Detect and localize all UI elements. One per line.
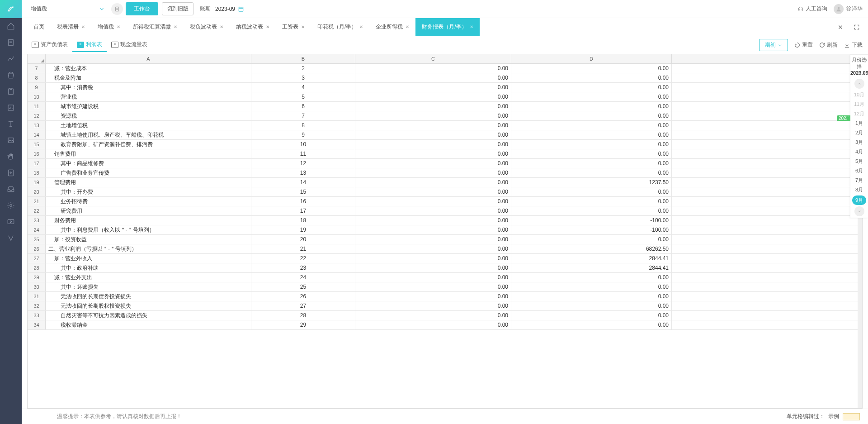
cell[interactable]: 0.00: [355, 197, 511, 206]
cell[interactable]: 加：营业外收入: [46, 254, 251, 263]
cell[interactable]: 0.00: [355, 235, 511, 244]
subtab-0[interactable]: ≡资产负债表: [27, 38, 72, 52]
cell[interactable]: 0.00: [511, 130, 672, 139]
tab-4[interactable]: 税负波动表✕: [184, 18, 230, 36]
cell[interactable]: 营业税: [46, 92, 251, 101]
cell[interactable]: 27: [251, 301, 355, 310]
cell[interactable]: 0.00: [511, 102, 672, 111]
close-all-tabs-button[interactable]: [835, 21, 846, 33]
cell[interactable]: 0.00: [355, 159, 511, 168]
cell[interactable]: 0.00: [355, 168, 511, 177]
cell[interactable]: 其中：坏账损失: [46, 282, 251, 291]
close-icon[interactable]: ✕: [174, 24, 177, 29]
row-header[interactable]: 28: [28, 263, 46, 272]
reset-button[interactable]: 重置: [794, 41, 813, 49]
cell[interactable]: 26: [251, 292, 355, 301]
cell[interactable]: 减：营业成本: [46, 64, 251, 73]
row-header[interactable]: 32: [28, 301, 46, 310]
cell[interactable]: 0.00: [355, 301, 511, 310]
cell[interactable]: 0.00: [355, 292, 511, 301]
cell[interactable]: 0.00: [511, 64, 672, 73]
cell[interactable]: 6: [251, 102, 355, 111]
cell[interactable]: 0.00: [355, 216, 511, 225]
row-header[interactable]: 15: [28, 140, 46, 149]
row-header[interactable]: 19: [28, 178, 46, 187]
nav-doc-icon[interactable]: [0, 34, 22, 51]
cell[interactable]: -100.00: [511, 225, 672, 234]
doc-icon-button[interactable]: [111, 3, 123, 15]
nav-chart-icon[interactable]: [0, 51, 22, 67]
cell[interactable]: 自然灾害等不可抗力因素造成的损失: [46, 311, 251, 320]
cell[interactable]: 0.00: [355, 282, 511, 291]
download-button[interactable]: 下载: [844, 41, 863, 49]
tab-8[interactable]: 企业所得税✕: [369, 18, 415, 36]
cell[interactable]: 二、营业利润（亏损以＂-＂号填列）: [46, 244, 251, 253]
cell[interactable]: 土地增值税: [46, 121, 251, 130]
cell[interactable]: 10: [251, 140, 355, 149]
cell[interactable]: 3: [251, 73, 355, 82]
nav-text-icon[interactable]: [0, 116, 22, 132]
nav-bag-icon[interactable]: [0, 67, 22, 83]
cell[interactable]: 0.00: [355, 102, 511, 111]
cell[interactable]: 0.00: [511, 121, 672, 130]
workbench-button[interactable]: 工作台: [126, 2, 158, 15]
cell[interactable]: 管理费用: [46, 178, 251, 187]
month-scroll-up[interactable]: [854, 79, 864, 89]
fullscreen-button[interactable]: [851, 21, 863, 33]
cell[interactable]: 无法收回的长期债券投资损失: [46, 292, 251, 301]
close-icon[interactable]: ✕: [359, 24, 363, 29]
refresh-button[interactable]: 刷新: [819, 41, 838, 49]
cell[interactable]: 0.00: [355, 121, 511, 130]
cell[interactable]: 20: [251, 235, 355, 244]
switch-old-button[interactable]: 切到旧版: [162, 2, 193, 15]
cell[interactable]: 11: [251, 149, 355, 158]
consult-link[interactable]: 人工咨询: [797, 5, 827, 13]
select-all-corner[interactable]: [28, 54, 46, 63]
row-header[interactable]: 21: [28, 197, 46, 206]
cell[interactable]: 15: [251, 187, 355, 196]
cell[interactable]: 0.00: [355, 225, 511, 234]
nav-inbox-icon[interactable]: [0, 181, 22, 197]
cell[interactable]: 12: [251, 159, 355, 168]
cell[interactable]: 29: [251, 320, 355, 329]
row-header[interactable]: 23: [28, 216, 46, 225]
cell[interactable]: 68262.50: [511, 244, 672, 253]
close-icon[interactable]: ✕: [301, 24, 305, 29]
cell[interactable]: 其中：政府补助: [46, 263, 251, 272]
cell[interactable]: 0.00: [511, 301, 672, 310]
row-header[interactable]: 8: [28, 73, 46, 82]
row-header[interactable]: 11: [28, 102, 46, 111]
tab-1[interactable]: 税表清册✕: [51, 18, 91, 36]
month-scroll-down[interactable]: [854, 206, 864, 216]
nav-home-icon[interactable]: [0, 18, 22, 34]
cell[interactable]: 0.00: [511, 206, 672, 215]
row-header[interactable]: 24: [28, 225, 46, 234]
nav-export-icon[interactable]: [0, 165, 22, 181]
cell[interactable]: -100.00: [511, 216, 672, 225]
cell[interactable]: 25: [251, 282, 355, 291]
nav-v-icon[interactable]: [0, 230, 22, 246]
cell[interactable]: 税收滞纳金: [46, 320, 251, 329]
row-header[interactable]: 10: [28, 92, 46, 101]
row-header[interactable]: 31: [28, 292, 46, 301]
col-header-d[interactable]: D: [511, 54, 672, 63]
cell[interactable]: 0.00: [355, 83, 511, 92]
cell[interactable]: 0.00: [355, 254, 511, 263]
cell[interactable]: 0.00: [511, 168, 672, 177]
cell[interactable]: 13: [251, 168, 355, 177]
row-header[interactable]: 29: [28, 273, 46, 282]
close-icon[interactable]: ✕: [406, 24, 409, 29]
company-dropdown[interactable]: 增值税: [27, 3, 108, 14]
cell[interactable]: 0.00: [355, 64, 511, 73]
month-item[interactable]: 7月: [850, 176, 868, 185]
cell[interactable]: 0.00: [511, 111, 672, 120]
close-icon[interactable]: ✕: [117, 24, 120, 29]
row-header[interactable]: 13: [28, 121, 46, 130]
nav-video-icon[interactable]: [0, 214, 22, 230]
app-logo[interactable]: [0, 0, 22, 18]
cell[interactable]: 0.00: [511, 140, 672, 149]
cell[interactable]: 5: [251, 92, 355, 101]
cell[interactable]: 0.00: [355, 320, 511, 329]
cell[interactable]: 资源税: [46, 111, 251, 120]
cell[interactable]: 其中：消费税: [46, 83, 251, 92]
